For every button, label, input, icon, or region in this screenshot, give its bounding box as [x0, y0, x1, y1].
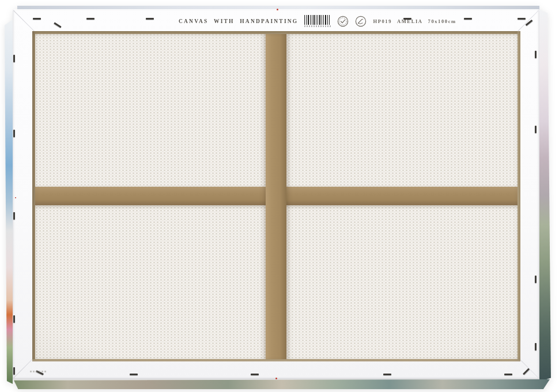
quality-seal-icon [337, 16, 349, 27]
staple [146, 18, 154, 20]
staple [13, 55, 15, 62]
red-registration-dot-left [15, 197, 16, 198]
canvas-side-edge-bottom-painted [14, 379, 550, 389]
staple [251, 374, 259, 375]
vertical-cross-brace [266, 33, 286, 360]
staple [13, 212, 15, 220]
staple [33, 18, 41, 20]
staple [535, 276, 537, 283]
sku-size: 70x100cm [428, 18, 456, 24]
stretcher-bevel-left [32, 31, 35, 361]
recessed-canvas-opening [32, 31, 520, 361]
canvas-back-group: CANVAS WITH HANDPAINTING HP0 [5, 6, 551, 390]
canvas-side-edge-right-painted [539, 9, 551, 382]
staple [535, 126, 537, 133]
stretcher-bevel-right [518, 31, 520, 361]
staple [13, 130, 15, 137]
staple [54, 22, 61, 28]
label-title: CANVAS WITH HANDPAINTING [179, 18, 298, 24]
staple [464, 18, 472, 20]
barcode [304, 15, 331, 28]
staple [535, 343, 537, 350]
staple [130, 374, 138, 375]
canvas-side-edge-left-painted [5, 20, 13, 384]
stretcher-bevel-top [32, 31, 520, 34]
small-print-mark [30, 371, 47, 372]
staple [383, 374, 391, 375]
staple [523, 368, 530, 375]
red-registration-dot-top [277, 9, 278, 10]
staple [504, 374, 512, 375]
label-sku: HP019 AMELIA 70x100cm [373, 18, 456, 24]
sku-name: AMELIA [397, 18, 423, 24]
stretcher-frame-back: CANVAS WITH HANDPAINTING HP0 [13, 9, 539, 379]
staple [526, 20, 533, 26]
staple [86, 18, 95, 20]
staple [518, 18, 526, 20]
staple [535, 51, 537, 58]
barcode-bars [304, 15, 331, 25]
stretcher-bevel-bottom [32, 359, 520, 361]
product-label: CANVAS WITH HANDPAINTING HP0 [179, 13, 382, 30]
handpainted-icon [355, 16, 367, 27]
barcode-digits [304, 25, 331, 27]
product-photo-canvas-back: CANVAS WITH HANDPAINTING HP0 [0, 0, 559, 392]
staple [13, 315, 15, 323]
staple [13, 367, 15, 375]
red-registration-dot-bottom [275, 378, 277, 379]
sku-code: HP019 [373, 18, 392, 24]
